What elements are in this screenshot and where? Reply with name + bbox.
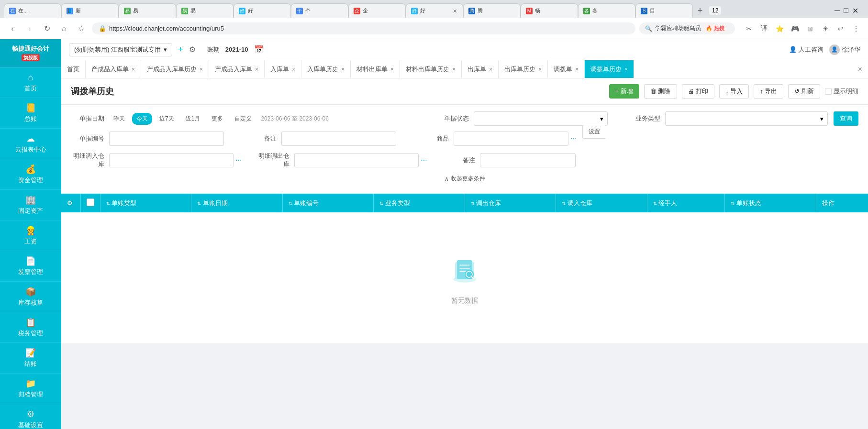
date-btn-yesterday[interactable]: 昨天 (109, 113, 129, 125)
sidebar-item-ledger[interactable]: 📒 总账 (0, 98, 61, 129)
browser-tab-2[interactable]: 📘 新 (61, 3, 119, 18)
browser-tab-5[interactable]: 好 好 (234, 3, 291, 18)
detail-out-dots[interactable]: ··· (421, 156, 427, 165)
sidebar-item-tax[interactable]: 📋 税务管理 (0, 312, 61, 343)
th-doc-number[interactable]: ⇅ 单账编号 (282, 194, 374, 212)
ext-brightness[interactable]: ☀ (819, 22, 832, 35)
th-biz-type[interactable]: ⇅ 业务类型 (374, 194, 465, 212)
print-button[interactable]: 🖨 打印 (682, 84, 715, 99)
ext-scissors[interactable]: ✂ (743, 22, 755, 35)
sidebar-item-invoice[interactable]: 📄 发票管理 (0, 251, 61, 282)
browser-tab-12[interactable]: S 目 (635, 3, 693, 18)
goods-filter-dots[interactable]: ··· (570, 134, 577, 143)
sidebar-item-fixed-assets[interactable]: 🏢 固定资产 (0, 190, 61, 220)
app-tab-material-out-history[interactable]: 材料出库单历史 × (400, 60, 462, 78)
biz-type-filter-select[interactable]: ▾ (665, 111, 828, 126)
refresh-button[interactable]: ↻ (40, 22, 54, 35)
tab-close-8[interactable]: × (452, 8, 458, 14)
app-tab-finished-goods-in-history[interactable]: 产成品入库单历史 × (141, 60, 209, 78)
sidebar-item-archive[interactable]: 📁 归档管理 (0, 374, 61, 404)
sidebar-item-capital[interactable]: 💰 资金管理 (0, 159, 61, 190)
export-button[interactable]: ↑ 导出 (754, 84, 783, 99)
browser-tab-9[interactable]: 腾 腾 (463, 3, 521, 18)
detail-in-input[interactable] (109, 153, 234, 167)
app-tab-transfer-history[interactable]: 调拨单历史 × (585, 60, 634, 78)
user-avatar[interactable]: 👤 徐泽华 (829, 44, 860, 55)
sidebar-item-settings[interactable]: ⚙ 基础设置 (0, 404, 61, 429)
sidebar-item-cloud-report[interactable]: ☁ 云报表中心 (0, 129, 61, 159)
show-detail-checkbox[interactable]: 显示明细 (825, 87, 858, 96)
app-tab-issue-close[interactable]: × (489, 66, 492, 73)
app-tab-receipt-history[interactable]: 入库单历史 × (301, 60, 351, 78)
sidebar-item-close-books[interactable]: 📝 结账 (0, 343, 61, 374)
tab-bar-collapse[interactable]: × (852, 65, 868, 74)
tab-count[interactable]: 12 (709, 6, 721, 15)
new-tab-button[interactable]: + (693, 3, 707, 18)
company-selector[interactable]: (勿删勿禁用) 江西服宝测试专用 ▾ (69, 43, 172, 56)
th-in-warehouse[interactable]: ⇅ 调入仓库 (556, 194, 647, 212)
customer-service-btn[interactable]: 👤 人工咨询 (789, 45, 823, 54)
app-tab-finished-goods-in-close[interactable]: × (132, 66, 135, 73)
app-tab-finished-goods-in2[interactable]: 产成品入库单 × (209, 60, 265, 78)
detail-remark-input[interactable] (480, 153, 576, 167)
app-tab-transfer[interactable]: 调拨单 × (548, 60, 585, 78)
browser-tab-11[interactable]: 各 各 (578, 3, 635, 18)
settings-gear-icon[interactable]: ⚙ (189, 45, 196, 54)
sidebar-item-inventory[interactable]: 📦 库存核算 (0, 282, 61, 312)
app-tab-transfer-close[interactable]: × (575, 66, 579, 73)
th-checkbox[interactable] (80, 194, 100, 212)
app-tab-finished-goods-in[interactable]: 产成品入库单 × (86, 60, 141, 78)
sidebar-item-home[interactable]: ⌂ 首页 (0, 68, 61, 98)
ext-star[interactable]: ⭐ (773, 22, 786, 35)
app-tab-finished-goods-in2-close[interactable]: × (255, 66, 258, 73)
collapse-filters-button[interactable]: ∧ 收起更多条件 (445, 175, 485, 183)
browser-tab-4[interactable]: 易 易 (176, 3, 234, 18)
th-handler[interactable]: ⇅ 经手人 (647, 194, 725, 212)
search-bar[interactable]: 🔍 学霸应聘场驱鸟员 🔥 热搜 (639, 22, 735, 34)
goods-filter-input[interactable] (454, 132, 568, 146)
delete-button[interactable]: 🗑 删除 (644, 84, 677, 99)
select-all-checkbox[interactable] (87, 198, 94, 206)
refresh-button[interactable]: ↺ 刷新 (788, 84, 820, 99)
status-filter-select[interactable]: ▾ (474, 111, 608, 126)
ext-history[interactable]: ↩ (835, 22, 847, 35)
app-tab-receipt[interactable]: 入库单 × (265, 60, 301, 78)
app-tab-finished-goods-in-history-close[interactable]: × (200, 66, 203, 73)
date-btn-7days[interactable]: 近7天 (155, 113, 178, 125)
app-tab-receipt-history-close[interactable]: × (341, 66, 345, 73)
bookmark-button[interactable]: ☆ (75, 22, 88, 35)
detail-out-input[interactable] (294, 153, 419, 167)
browser-tab-10[interactable]: M 畅 (521, 3, 578, 18)
remark-filter-input[interactable] (281, 132, 396, 146)
app-tab-issue[interactable]: 出库单 × (462, 60, 499, 78)
date-btn-today[interactable]: 今天 (132, 113, 152, 125)
forward-button[interactable]: › (23, 22, 36, 35)
app-tab-receipt-close[interactable]: × (292, 66, 295, 73)
ext-grid[interactable]: ⊞ (804, 22, 816, 35)
date-btn-custom[interactable]: 自定义 (230, 113, 256, 125)
minimize-button[interactable]: ─ (835, 6, 840, 15)
browser-tab-6[interactable]: 个 个 (291, 3, 348, 18)
app-tab-home[interactable]: 首页 (61, 60, 86, 78)
browser-tab-7[interactable]: 企 企 (348, 3, 406, 18)
ext-game[interactable]: 🎮 (789, 22, 801, 35)
docno-filter-input[interactable] (109, 132, 224, 146)
home-button[interactable]: ⌂ (57, 22, 71, 35)
import-button[interactable]: ↓ 导入 (719, 84, 749, 99)
query-button[interactable]: 查询 (834, 111, 858, 126)
detail-in-dots[interactable]: ··· (235, 156, 242, 165)
browser-tab-3[interactable]: 易 易 (119, 3, 176, 18)
setting-button[interactable]: 设置 (582, 125, 606, 139)
th-doc-status[interactable]: ⇅ 单账状态 (725, 194, 816, 212)
date-btn-more[interactable]: 更多 (207, 113, 227, 125)
browser-tab-8[interactable]: 好 好 × (406, 3, 463, 18)
date-btn-1month[interactable]: 近1月 (181, 113, 205, 125)
back-button[interactable]: ‹ (6, 22, 19, 35)
add-company-button[interactable]: + (178, 44, 183, 55)
browser-tab-1[interactable]: 在 在... (4, 3, 61, 18)
new-button[interactable]: + 新增 (609, 84, 639, 99)
app-tab-transfer-history-close[interactable]: × (624, 66, 628, 73)
app-tab-issue-history[interactable]: 出库单历史 × (499, 60, 548, 78)
url-bar[interactable]: 🔒 https://cloud.chanjet.com/accounting/u… (92, 22, 635, 34)
app-tab-material-out-history-close[interactable]: × (452, 66, 456, 73)
